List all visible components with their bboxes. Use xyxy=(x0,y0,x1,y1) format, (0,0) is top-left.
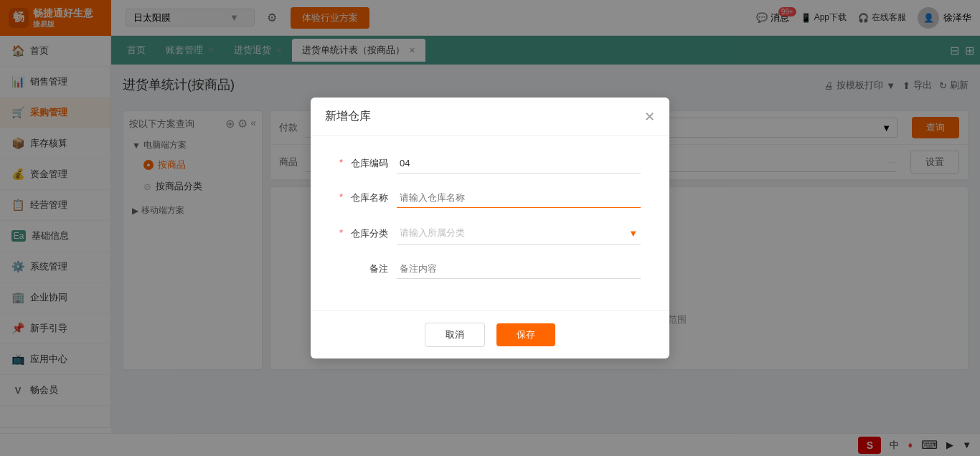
modal-header: 新增仓库 ✕ xyxy=(311,98,669,136)
code-label: 仓库编码 xyxy=(339,157,397,170)
modal-footer: 取消 保存 xyxy=(311,310,669,358)
cancel-button[interactable]: 取消 xyxy=(425,323,485,347)
category-label: 仓库分类 xyxy=(339,227,397,240)
new-warehouse-modal: 新增仓库 ✕ 仓库编码 仓库名称 仓库分类 请输入所属分类 ▼ xyxy=(311,98,669,358)
modal-title: 新增仓库 xyxy=(325,109,371,124)
remark-input[interactable] xyxy=(397,259,641,279)
code-input[interactable] xyxy=(397,153,641,174)
category-select[interactable]: 请输入所属分类 ▼ xyxy=(397,222,641,244)
form-row-category: 仓库分类 请输入所属分类 ▼ xyxy=(339,222,641,244)
name-input[interactable] xyxy=(397,188,641,208)
modal-overlay[interactable]: 新增仓库 ✕ 仓库编码 仓库名称 仓库分类 请输入所属分类 ▼ xyxy=(0,0,980,456)
form-row-name: 仓库名称 xyxy=(339,188,641,208)
category-placeholder: 请输入所属分类 xyxy=(400,227,465,239)
category-dropdown-icon: ▼ xyxy=(628,228,638,239)
name-label: 仓库名称 xyxy=(339,191,397,204)
modal-close-icon[interactable]: ✕ xyxy=(644,110,655,123)
remark-label: 备注 xyxy=(339,262,397,275)
form-row-remark: 备注 xyxy=(339,259,641,279)
save-button[interactable]: 保存 xyxy=(496,323,555,346)
form-row-code: 仓库编码 xyxy=(339,153,641,174)
modal-body: 仓库编码 仓库名称 仓库分类 请输入所属分类 ▼ 备注 xyxy=(311,136,669,310)
